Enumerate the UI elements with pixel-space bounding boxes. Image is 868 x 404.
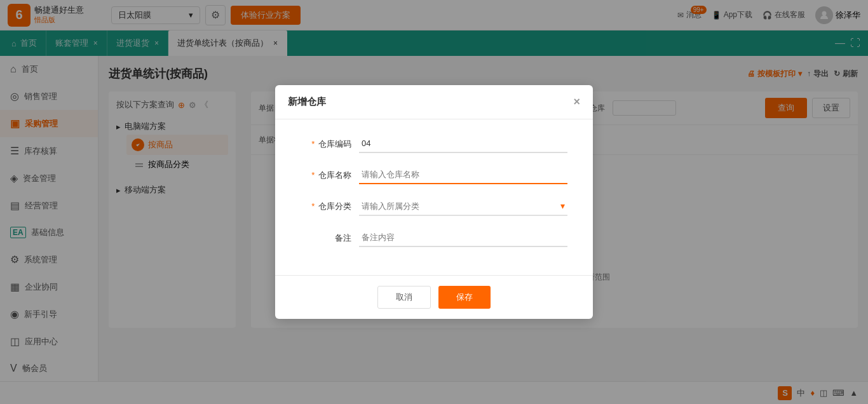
warehouse-name-input[interactable]	[359, 166, 567, 184]
add-warehouse-modal: 新增仓库 × * 仓库编码 * 仓库名称	[275, 85, 593, 319]
save-button[interactable]: 保存	[438, 286, 491, 309]
modal-footer: 取消 保存	[275, 275, 593, 319]
form-row-category: * 仓库分类 ▾	[301, 197, 567, 216]
remark-input[interactable]	[359, 229, 567, 247]
modal-body: * 仓库编码 * 仓库名称 * 仓库分类	[275, 119, 593, 275]
remark-label: 备注	[301, 232, 351, 244]
form-row-name: * 仓库名称	[301, 166, 567, 184]
modal-title: 新增仓库	[288, 96, 326, 108]
required-star-name: *	[311, 170, 315, 180]
code-label: * 仓库编码	[301, 138, 351, 150]
category-select-wrapper: ▾	[359, 197, 567, 216]
category-chevron-icon[interactable]: ▾	[560, 201, 565, 211]
modal-header: 新增仓库 ×	[275, 85, 593, 119]
modal-close-icon[interactable]: ×	[573, 95, 580, 109]
required-star-category: *	[311, 201, 315, 211]
cancel-button[interactable]: 取消	[377, 286, 431, 309]
form-row-code: * 仓库编码	[301, 135, 567, 153]
modal-overlay: 新增仓库 × * 仓库编码 * 仓库名称	[0, 0, 868, 404]
name-label: * 仓库名称	[301, 170, 351, 181]
category-label: * 仓库分类	[301, 201, 351, 212]
required-star-code: *	[311, 139, 315, 149]
form-row-remark: 备注	[301, 229, 567, 247]
warehouse-code-input[interactable]	[359, 135, 567, 153]
category-input[interactable]	[362, 201, 560, 211]
